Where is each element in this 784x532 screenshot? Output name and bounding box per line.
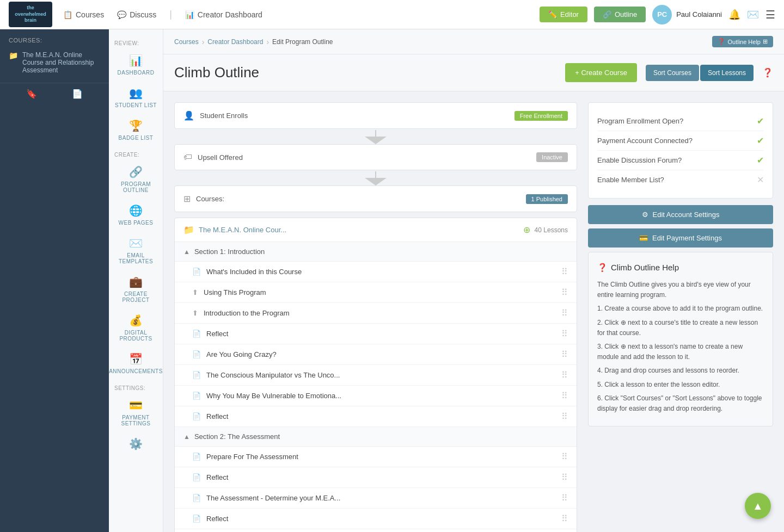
breadcrumb-courses[interactable]: Courses xyxy=(174,38,199,46)
lesson-title[interactable]: Reflect xyxy=(206,412,556,420)
editor-button[interactable]: ✏️ Editor xyxy=(540,7,587,22)
nav-web-pages[interactable]: 🌐 Web Pages xyxy=(109,199,163,231)
lesson-title[interactable]: Why You May Be Vulnerable to Emotiona... xyxy=(206,392,556,400)
lesson-row: 📄 Reflect ⠿ xyxy=(175,509,577,529)
lesson-row: 📄 Reflect ⠿ xyxy=(175,406,577,427)
notification-icon[interactable]: 🔔 xyxy=(728,9,740,21)
drag-handle-icon[interactable]: ⠿ xyxy=(561,329,568,339)
drag-handle-icon[interactable]: ⠿ xyxy=(561,451,568,462)
collapse-section-1-icon[interactable]: ▲ xyxy=(183,248,190,256)
help-step-2: 2. Click ⊕ next to a course's title to c… xyxy=(597,318,764,338)
avatar[interactable]: PC xyxy=(652,5,672,24)
course-title-link[interactable]: The M.E.A.N. Online Cour... xyxy=(199,226,519,234)
sort-lessons-button[interactable]: Sort Lessons xyxy=(700,65,754,81)
breadcrumb-sep-1: › xyxy=(202,38,205,46)
drag-handle-icon[interactable]: ⠿ xyxy=(561,370,568,380)
drag-handle-icon[interactable]: ⠿ xyxy=(561,411,568,422)
student-enrolls-label: Student Enrolls xyxy=(200,112,509,120)
drag-handle-icon[interactable]: ⠿ xyxy=(561,391,568,401)
status-row-member: Enable Member List? ✕ xyxy=(597,170,764,189)
folder-icon: 📁 xyxy=(9,51,18,60)
drag-handle-icon[interactable]: ⠿ xyxy=(561,472,568,482)
upsell-label: Upsell Offered xyxy=(198,153,531,162)
nav-creator-dashboard-link[interactable]: 📊 Creator Dashboard xyxy=(185,10,262,19)
outline-icon: 🔗 xyxy=(603,10,611,18)
lesson-title[interactable]: What's Included in this Course xyxy=(206,268,556,276)
bookmark-icon[interactable]: 🔖 xyxy=(26,89,37,99)
drag-handle-icon[interactable]: ⠿ xyxy=(561,308,568,318)
nav-badge-list[interactable]: 🏆 Badge List xyxy=(109,114,163,146)
doc-icon-3: 📄 xyxy=(192,350,201,358)
payment-label: Payment Account Connected? xyxy=(597,137,752,145)
drag-handle-icon[interactable]: ⠿ xyxy=(561,514,568,524)
lesson-title[interactable]: Are You Going Crazy? xyxy=(206,350,556,358)
fab-button[interactable]: ▲ xyxy=(745,493,771,519)
course-add-icon[interactable]: ⊕ xyxy=(523,225,530,235)
badge-icon: 🏆 xyxy=(129,119,143,132)
lesson-title[interactable]: The Conscious Manipulator vs The Unco... xyxy=(206,371,556,379)
brand-logo[interactable]: theoverwhelmedbrain xyxy=(9,2,52,27)
sidebar-course-item[interactable]: 📁 The M.E.A.N. Online Course and Relatio… xyxy=(0,47,109,78)
nav-courses-link[interactable]: 📋 Courses xyxy=(63,10,104,19)
right-sidebar: Program Enrollment Open? ✔ Payment Accou… xyxy=(588,102,773,426)
pencil-icon: ✏️ xyxy=(548,10,557,18)
nav-program-outline[interactable]: 🔗 Program Outline xyxy=(109,160,163,199)
breadcrumb-current: Edit Program Outline xyxy=(272,38,333,46)
doc-icon-8: 📄 xyxy=(192,473,201,481)
lesson-title[interactable]: The Assessment - Determine your M.E.A... xyxy=(206,494,556,502)
outline-header: Climb Outline + Create Course Sort Cours… xyxy=(163,54,784,91)
drag-handle-icon[interactable]: ⠿ xyxy=(561,349,568,360)
nav-gear-settings[interactable]: ⚙️ xyxy=(109,432,163,456)
lesson-title[interactable]: Using This Program xyxy=(204,288,556,296)
check-icon-discussion: ✔ xyxy=(757,155,764,165)
nav-announcements[interactable]: 📅 Announcements xyxy=(109,347,163,380)
payment-icon: 💳 xyxy=(129,399,143,412)
x-icon-member: ✕ xyxy=(757,175,764,185)
edit-account-settings-button[interactable]: ⚙ Edit Account Settings xyxy=(588,205,773,224)
member-list-label: Enable Member List? xyxy=(597,176,752,184)
outline-title: Climb Outline xyxy=(174,64,556,81)
project-icon: 💼 xyxy=(129,275,143,288)
nav-dashboard[interactable]: 📊 Dashboard xyxy=(109,48,163,81)
doc-icon-9: 📄 xyxy=(192,494,201,502)
create-course-button[interactable]: + Create Course xyxy=(565,63,637,82)
outline-button[interactable]: 🔗 Outline xyxy=(594,7,646,22)
nav-digital-products[interactable]: 💰 Digital Products xyxy=(109,308,163,347)
lesson-title[interactable]: Reflect xyxy=(206,330,556,338)
drag-handle-icon[interactable]: ⠿ xyxy=(561,493,568,503)
program-outline-icon: 🔗 xyxy=(129,165,143,178)
lesson-title[interactable]: Reflect xyxy=(206,515,556,523)
dashboard-icon: 📊 xyxy=(129,54,143,67)
lesson-title[interactable]: Prepare For The Assessment xyxy=(206,453,556,461)
lesson-row: 📄 The Assessment - Determine your M.E.A.… xyxy=(175,488,577,509)
document-icon[interactable]: 📄 xyxy=(72,89,83,99)
nav-discuss-link[interactable]: 💬 Discuss xyxy=(117,10,156,19)
lesson-title[interactable]: Introduction to the Program xyxy=(204,309,556,317)
help-icon-panel: ❓ xyxy=(597,261,608,274)
nav-student-list[interactable]: 👥 Student List xyxy=(109,81,163,114)
email-icon: ✉️ xyxy=(129,237,143,250)
help-step-4: 4. Drag and drop courses and lessons to … xyxy=(597,366,764,376)
mail-icon[interactable]: ✉️ xyxy=(747,9,759,21)
nav-payment-settings[interactable]: 💳 Payment Settings xyxy=(109,393,163,432)
edit-payment-settings-button[interactable]: 💳 Edit Payment Settings xyxy=(588,228,773,248)
breadcrumb-creator-dashboard[interactable]: Creator Dashboard xyxy=(207,38,263,46)
enrollment-label: Program Enrollment Open? xyxy=(597,117,752,125)
drag-handle-icon[interactable]: ⠿ xyxy=(561,287,568,298)
nav-create-project[interactable]: 💼 Create Project xyxy=(109,270,163,308)
gear-icon: ⚙️ xyxy=(129,437,143,450)
nav-email-templates[interactable]: ✉️ Email Templates xyxy=(109,231,163,270)
hamburger-icon[interactable]: ☰ xyxy=(765,8,775,21)
gear-icon-account: ⚙ xyxy=(642,211,648,219)
section-2-title: Section 2: The Assessment xyxy=(194,432,280,441)
help-icon[interactable]: ❓ xyxy=(762,67,773,78)
breadcrumb-sep-2: › xyxy=(266,38,269,46)
lesson-title[interactable]: Reflect xyxy=(206,473,556,481)
breadcrumb: Courses › Creator Dashboard › Edit Progr… xyxy=(163,29,784,54)
drag-handle-icon[interactable]: ⠿ xyxy=(561,267,568,277)
collapse-section-2-icon[interactable]: ▲ xyxy=(183,433,190,441)
outline-help-button[interactable]: ❓ Outline Help ⊞ xyxy=(712,36,773,47)
lesson-row: 📄 Why You May Be Vulnerable to Emotiona.… xyxy=(175,386,577,406)
sort-courses-button[interactable]: Sort Courses xyxy=(646,65,699,81)
status-panel: Program Enrollment Open? ✔ Payment Accou… xyxy=(588,102,773,199)
